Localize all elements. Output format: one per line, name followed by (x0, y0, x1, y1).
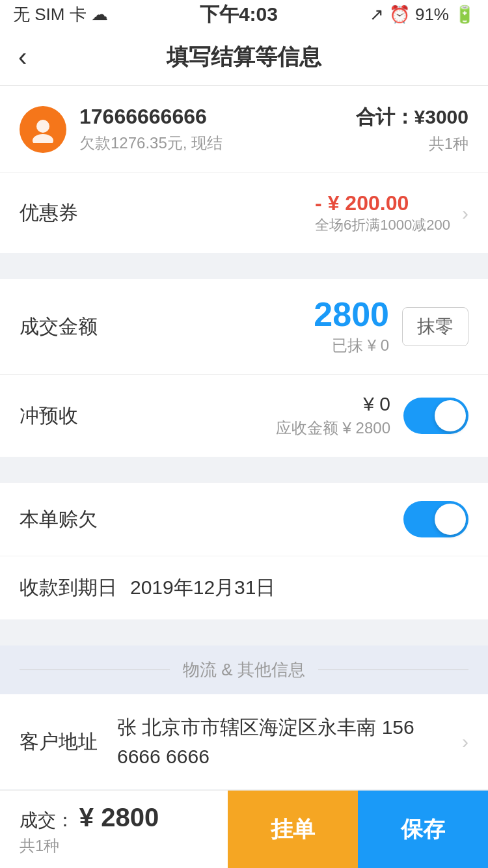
coupon-label: 优惠券 (20, 200, 78, 226)
duedate-row: 收款到期日 2019年12月31日 (0, 556, 488, 619)
bottom-bar: 成交： ¥ 2800 共1种 挂单 保存 (0, 790, 488, 868)
bottom-count: 共1种 (20, 835, 208, 856)
status-bar-right: ↗ ⏰ 91% 🔋 (370, 5, 475, 25)
prepay-label: 冲预收 (20, 403, 78, 429)
sim-label: 无 SIM 卡 ☁ (13, 3, 108, 26)
prepay-receivable: 应收金额 ¥ 2800 (276, 418, 390, 439)
debts-label: 本单赊欠 (20, 506, 98, 533)
divider-line-left (20, 670, 170, 670)
chevron-right-icon: › (462, 202, 468, 224)
address-row[interactable]: 客户地址 张 北京市市辖区海淀区永丰南 156 6666 6666 › (0, 694, 488, 789)
deal-row: 成交金额 2800 已抹 ¥ 0 抹零 (0, 279, 488, 374)
customer-info: 17666666666 欠款1276.35元, 现结 (79, 105, 223, 154)
debts-toggle[interactable] (403, 501, 468, 537)
divider-1 (0, 266, 488, 279)
total-count: 共1种 (356, 133, 468, 154)
coupon-desc: 全场6折满1000减200 (315, 215, 450, 235)
customer-section: 17666666666 欠款1276.35元, 现结 合计：¥3000 共1种 … (0, 86, 488, 253)
customer-right: 合计：¥3000 共1种 (356, 104, 468, 154)
prepay-amount-wrap: ¥ 0 应收金额 ¥ 2800 (276, 393, 390, 439)
deal-label: 成交金额 (20, 314, 98, 340)
debts-row: 本单赊欠 (0, 483, 488, 556)
deal-section: 成交金额 2800 已抹 ¥ 0 抹零 冲预收 ¥ 0 应收金额 ¥ 2800 (0, 279, 488, 457)
divider-line-right (318, 670, 468, 670)
page-title: 填写结算等信息 (167, 42, 321, 72)
logistics-label: 物流 & 其他信息 (183, 658, 305, 681)
save-button[interactable]: 保存 (358, 791, 488, 868)
prepay-toggle[interactable] (403, 398, 468, 434)
chevron-right-address-icon: › (462, 731, 468, 753)
coupon-discount: - ¥ 200.00 (315, 191, 455, 215)
nav-bar: ‹ 填写结算等信息 (0, 29, 488, 86)
duedate-value: 2019年12月31日 (130, 575, 275, 601)
svg-point-0 (36, 120, 49, 133)
erase-button[interactable]: 抹零 (402, 307, 468, 346)
deal-amount-wrap: 2800 已抹 ¥ 0 (314, 297, 389, 356)
status-bar: 无 SIM 卡 ☁ 下午4:03 ↗ ⏰ 91% 🔋 (0, 0, 488, 29)
address-label: 客户地址 (20, 729, 98, 755)
debts-section: 本单赊欠 收款到期日 2019年12月31日 (0, 483, 488, 619)
deal-amount: 2800 (314, 297, 389, 331)
coupon-right: - ¥ 200.00 全场6折满1000减200 › (315, 191, 468, 235)
prepay-row: 冲预收 ¥ 0 应收金额 ¥ 2800 (0, 374, 488, 457)
duedate-label: 收款到期日 (20, 575, 117, 601)
svg-point-1 (33, 134, 53, 143)
address-chevron: › (462, 731, 468, 753)
total-amount: 合计：¥3000 (356, 104, 468, 131)
prepay-amount: ¥ 0 (276, 393, 390, 415)
divider-3 (0, 632, 488, 645)
avatar (20, 106, 66, 153)
bottom-deal-amount: ¥ 2800 (79, 803, 159, 832)
address-section: 客户地址 张 北京市市辖区海淀区永丰南 156 6666 6666 › (0, 694, 488, 789)
customer-sub: 欠款1276.35元, 现结 (79, 133, 223, 154)
location-icon: ↗ (370, 5, 384, 25)
customer-left: 17666666666 欠款1276.35元, 现结 (20, 105, 223, 154)
coupon-row[interactable]: 优惠券 - ¥ 200.00 全场6折满1000减200 › (0, 172, 488, 253)
content-area: 17666666666 欠款1276.35元, 现结 合计：¥3000 共1种 … (0, 86, 488, 868)
bottom-summary: 成交： ¥ 2800 共1种 (0, 791, 228, 868)
address-value: 张 北京市市辖区海淀区永丰南 156 6666 6666 (117, 712, 462, 771)
battery-icon: 🔋 (454, 5, 475, 25)
hang-button[interactable]: 挂单 (228, 791, 358, 868)
clock-icon: ⏰ (389, 5, 410, 25)
deal-erased: 已抹 ¥ 0 (314, 335, 389, 356)
customer-row: 17666666666 欠款1276.35元, 现结 合计：¥3000 共1种 (0, 86, 488, 172)
customer-phone: 17666666666 (79, 105, 223, 129)
bottom-deal-row: 成交： ¥ 2800 (20, 803, 208, 833)
prepay-right: ¥ 0 应收金额 ¥ 2800 (276, 393, 468, 439)
divider-2 (0, 470, 488, 483)
avatar-icon (29, 116, 57, 143)
status-bar-left: 无 SIM 卡 ☁ (13, 3, 108, 26)
logistics-divider: 物流 & 其他信息 (0, 645, 488, 694)
status-bar-time: 下午4:03 (200, 1, 278, 28)
bottom-deal-label: 成交： (20, 810, 74, 830)
battery-label: 91% (415, 5, 449, 25)
deal-right: 2800 已抹 ¥ 0 抹零 (314, 297, 468, 356)
back-button[interactable]: ‹ (18, 42, 27, 72)
